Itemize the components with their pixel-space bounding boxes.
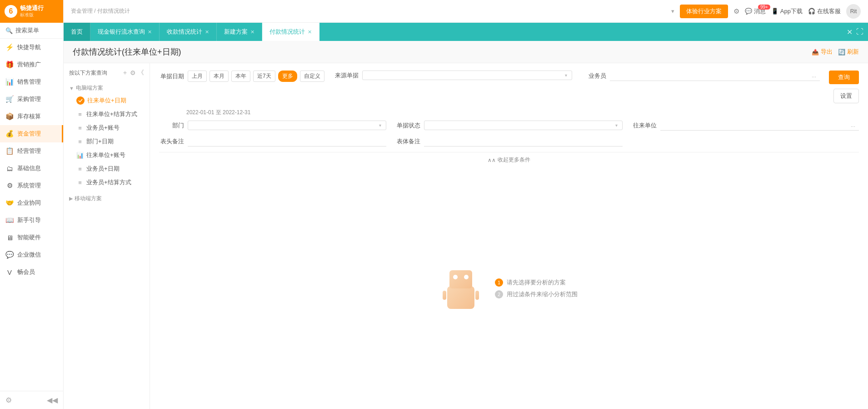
topbar-service[interactable]: 🎧 在线客服 <box>808 7 841 15</box>
scheme-item-staff-settlement[interactable]: ≡ 业务员+结算方式 <box>64 176 150 189</box>
body-note-label: 表体备注 <box>395 137 420 146</box>
status-filter: 单据状态 ▾ <box>395 121 623 130</box>
staff-input[interactable]: ... <box>610 71 820 81</box>
sidebar-item-quick-nav[interactable]: ⚡ 快捷导航 <box>0 39 63 56</box>
left-panel-header: 按以下方案查询 ＋ ⚙ 《 <box>64 69 150 81</box>
sidebar-item-marketing[interactable]: 🎁 营销推广 <box>0 56 63 73</box>
scheme-item-partner-account[interactable]: 📊 往来单位+账号 <box>64 148 150 162</box>
partner-account-icon: 📊 <box>76 151 84 159</box>
tab-home[interactable]: 首页 <box>64 23 90 41</box>
tab-receipt-stats[interactable]: 收款情况统计✕ <box>160 23 217 41</box>
sidebar-item-hardware[interactable]: 🖥 智能硬件 <box>0 229 63 246</box>
collapse-bar[interactable]: ∧∧ 收起更多条件 <box>159 152 859 167</box>
partner-date-icon <box>76 96 85 105</box>
date-range-display: 2022-01-01 至 2022-12-31 <box>159 109 859 116</box>
sidebar-item-inventory[interactable]: 📦 库存核算 <box>0 108 63 125</box>
date-btn-more[interactable]: 更多 <box>278 71 297 82</box>
filter-row-2: 部门 ▾ 单据状态 ▾ <box>159 120 859 131</box>
sidebar-item-member[interactable]: V 畅会员 <box>0 263 63 281</box>
tab-new-scheme[interactable]: 新建方案✕ <box>217 23 262 41</box>
app-icon: 📱 <box>771 8 778 15</box>
partner-input[interactable]: ... <box>660 120 859 131</box>
export-btn[interactable]: 📤 导出 <box>812 48 833 56</box>
industry-btn[interactable]: 体验行业方案 <box>680 5 728 18</box>
status-select[interactable]: ▾ <box>424 121 623 130</box>
date-btn-this-year[interactable]: 本年 <box>231 71 250 82</box>
scheme-item-partner-date[interactable]: 往来单位+日期 <box>64 94 150 107</box>
sidebar-item-enterprise[interactable]: 🤝 企业协同 <box>0 194 63 212</box>
main-area: 资金管理 / 付款情况统计 ▾ 体验行业方案 ⚙ 💬 消息 99+ 📱 App下… <box>64 0 868 409</box>
query-btn[interactable]: 查询 <box>829 71 859 84</box>
settings-footer-icon[interactable]: ⚙ <box>5 396 12 404</box>
refresh-icon: 🔄 <box>838 49 845 56</box>
topbar-messages[interactable]: 💬 消息 99+ <box>745 7 766 15</box>
guide-icon: 📖 <box>5 216 14 224</box>
member-icon: V <box>5 268 14 276</box>
wechat-icon: 💬 <box>5 251 14 259</box>
collapse-sidebar-icon[interactable]: ◀◀ <box>47 396 58 404</box>
sidebar-item-basic[interactable]: 🗂 基础信息 <box>0 160 63 177</box>
refresh-btn[interactable]: 🔄 刷新 <box>838 48 859 56</box>
marketing-icon: 🎁 <box>5 61 14 69</box>
page-header-actions: 📤 导出 🔄 刷新 <box>812 48 859 56</box>
source-select[interactable]: ▾ <box>362 71 572 80</box>
desktop-section-header[interactable]: ▼ 电脑端方案 <box>64 82 150 94</box>
sidebar-search[interactable]: 🔍 搜索菜单 <box>0 23 63 39</box>
user-avatar[interactable]: Rit <box>846 4 861 19</box>
marketing-label: 营销推广 <box>17 61 41 69</box>
robot-arm-right <box>475 291 479 300</box>
body-note-input[interactable] <box>424 136 623 146</box>
sidebar-item-operation[interactable]: 📋 经营管理 <box>0 142 63 160</box>
header-note-input[interactable] <box>188 136 386 146</box>
body-note-filter: 表体备注 <box>395 136 623 146</box>
sidebar-item-sales[interactable]: 📊 销售管理 <box>0 73 63 91</box>
topbar-dropdown[interactable]: ▾ <box>671 8 674 15</box>
mobile-schemes: ▶ 移动端方案 <box>64 191 150 206</box>
sidebar-item-purchase[interactable]: 🛒 采购管理 <box>0 91 63 108</box>
tab-close-icon[interactable]: ✕ <box>847 28 853 36</box>
hardware-icon: 🖥 <box>5 233 14 242</box>
hardware-label: 智能硬件 <box>17 233 41 242</box>
source-label: 来源单据 <box>334 71 359 80</box>
export-label: 导出 <box>821 48 833 56</box>
staff-settlement-icon: ≡ <box>76 179 84 186</box>
scheme-item-partner-settlement[interactable]: ≡ 往来单位+结算方式 <box>64 107 150 121</box>
tab-payment-stats[interactable]: 付款情况统计✕ <box>262 23 319 41</box>
sidebar-item-guide[interactable]: 📖 新手引导 <box>0 212 63 229</box>
sidebar-item-wechat[interactable]: 💬 企业微信 <box>0 246 63 263</box>
tab-close-receipt-stats[interactable]: ✕ <box>205 29 209 35</box>
scheme-items: 往来单位+日期 ≡ 往来单位+结算方式 ≡ 业务员+账号 ≡ 部门+日期 📊 往… <box>64 94 150 189</box>
date-btn-custom[interactable]: 自定义 <box>300 71 324 82</box>
page-header: 付款情况统计(往来单位+日期) 📤 导出 🔄 刷新 <box>64 41 868 63</box>
tab-close-bank-flow[interactable]: ✕ <box>148 29 152 35</box>
topbar-app-download[interactable]: 📱 App下载 <box>771 7 803 15</box>
collapse-panel-icon[interactable]: 《 <box>138 69 144 77</box>
system-label: 系统管理 <box>17 182 41 190</box>
source-filter-row: 来源单据 ▾ <box>334 71 572 80</box>
scheme-item-staff-date[interactable]: ≡ 业务员+日期 <box>64 162 150 176</box>
robot-eye-right <box>464 275 469 279</box>
date-btn-7days[interactable]: 近7天 <box>253 71 275 82</box>
tabbar-end: ✕ ⛶ <box>842 23 868 41</box>
tab-close-new-scheme[interactable]: ✕ <box>250 29 254 35</box>
tab-bank-flow[interactable]: 现金银行流水查询✕ <box>90 23 160 41</box>
scheme-item-dept-date[interactable]: ≡ 部门+日期 <box>64 135 150 148</box>
scheme-settings-icon[interactable]: ⚙ <box>130 69 136 76</box>
sidebar-item-system[interactable]: ⚙ 系统管理 <box>0 177 63 194</box>
content-body: 按以下方案查询 ＋ ⚙ 《 ▼ 电脑端方案 往来单位+日期 <box>64 63 868 409</box>
date-btn-this-month[interactable]: 本月 <box>210 71 229 82</box>
scheme-item-staff-account[interactable]: ≡ 业务员+账号 <box>64 121 150 135</box>
mobile-section-header[interactable]: ▶ 移动端方案 <box>64 193 150 204</box>
tab-close-payment-stats[interactable]: ✕ <box>308 29 312 35</box>
sidebar-nav: ⚡ 快捷导航 🎁 营销推广 📊 销售管理 🛒 采购管理 📦 库存核算 💰 资金管… <box>0 39 63 391</box>
dept-select[interactable]: ▾ <box>188 121 386 130</box>
date-btn-last-month[interactable]: 上月 <box>188 71 207 82</box>
sidebar-item-finance[interactable]: 💰 资金管理 <box>0 125 63 142</box>
topbar-settings-icon[interactable]: ⚙ <box>733 7 739 15</box>
add-scheme-icon[interactable]: ＋ <box>122 69 128 77</box>
settings-btn[interactable]: 设置 <box>833 89 859 103</box>
tab-expand-icon[interactable]: ⛶ <box>856 28 863 36</box>
staff-dots: ... <box>812 72 816 79</box>
sales-label: 销售管理 <box>17 78 41 86</box>
hint-text-1: 请先选择要分析的方案 <box>507 278 566 287</box>
